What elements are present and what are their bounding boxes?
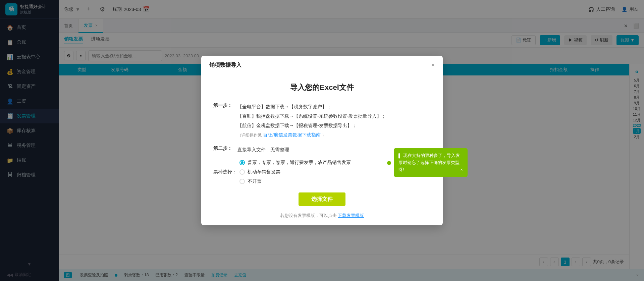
radio-none[interactable] xyxy=(239,179,245,184)
ticket-option-none[interactable]: 不开票 xyxy=(239,178,391,184)
step1-label: 第一步： xyxy=(213,103,237,139)
step1-line3: 【航信】金税盘数据下载→【报税管理-发票数据导出】； xyxy=(237,121,386,130)
ticket-option-motor-label: 机动车销售发票 xyxy=(248,169,280,175)
modal-footer-note: 若您没有发票模版，可以点击 下载发票模版 xyxy=(213,213,431,219)
ticket-row-wrapper: 票种选择： 普票，专票，卷票，通行费发票，农产品销售发票 现在支持 xyxy=(213,160,431,184)
ticket-option-motor[interactable]: 机动车销售发票 xyxy=(239,169,391,175)
ticket-option-normal-label: 普票，专票，卷票，通行费发票，农产品销售发票 xyxy=(248,160,351,166)
select-file-btn[interactable]: 选择文件 xyxy=(299,192,345,206)
modal-body: 导入您的Excel文件 第一步： 【全电平台】数据下载→【税务数字账户】； 【百… xyxy=(201,73,443,225)
modal-title: 销项数据导入 xyxy=(209,62,241,69)
step1-note: （详细操作见 百旺/航信发票数据下载指南 ） xyxy=(237,130,386,139)
ticket-select: 票种选择： 普票，专票，卷票，通行费发票，农产品销售发票 现在支持 xyxy=(213,160,431,184)
ticket-option-normal[interactable]: 普票，专票，卷票，通行费发票，农产品销售发票 现在支持的票种多了，导入发票时别忘… xyxy=(239,160,391,166)
tooltip-close-btn[interactable]: × xyxy=(460,166,463,173)
guide-link[interactable]: 百旺/航信发票数据下载指南 xyxy=(263,132,321,137)
tooltip-dot xyxy=(387,161,391,165)
modal-overlay: 销项数据导入 × 导入您的Excel文件 第一步： 【全电平台】数据下载→【税务… xyxy=(0,0,644,281)
modal-big-title: 导入您的Excel文件 xyxy=(213,82,431,93)
step1-row: 第一步： 【全电平台】数据下载→【税务数字账户】； 【百旺】税控盘数据下载→【系… xyxy=(213,102,431,139)
ticket-select-label: 票种选择： xyxy=(213,169,237,175)
tooltip-container: 现在支持的票种多了，导入发票时别忘了选择正确的发票类型呀! × xyxy=(387,160,391,165)
modal-close-btn[interactable]: × xyxy=(431,62,435,69)
download-template-link[interactable]: 下载发票模版 xyxy=(338,213,364,218)
radio-motor[interactable] xyxy=(239,169,245,175)
step1-line1: 【全电平台】数据下载→【税务数字账户】； xyxy=(237,102,386,111)
tooltip-bar xyxy=(398,153,400,158)
step2-content: 直接导入文件，无需整理 xyxy=(237,145,289,154)
tooltip-box: 现在支持的票种多了，导入发票时别忘了选择正确的发票类型呀! × xyxy=(394,148,468,177)
step1-content: 【全电平台】数据下载→【税务数字账户】； 【百旺】税控盘数据下载→【系统设置-系… xyxy=(237,102,386,139)
modal-header: 销项数据导入 × xyxy=(201,56,443,73)
step1-line2: 【百旺】税控盘数据下载→【系统设置-系统参数设置-发票批量导入】； xyxy=(237,111,386,121)
radio-normal[interactable] xyxy=(239,160,245,165)
tooltip-text: 现在支持的票种多了，导入发票时别忘了选择正确的发票类型呀! xyxy=(398,153,460,172)
step2-label: 第二步： xyxy=(213,146,237,154)
import-modal: 销项数据导入 × 导入您的Excel文件 第一步： 【全电平台】数据下载→【税务… xyxy=(201,56,443,225)
ticket-option-none-label: 不开票 xyxy=(248,178,262,184)
